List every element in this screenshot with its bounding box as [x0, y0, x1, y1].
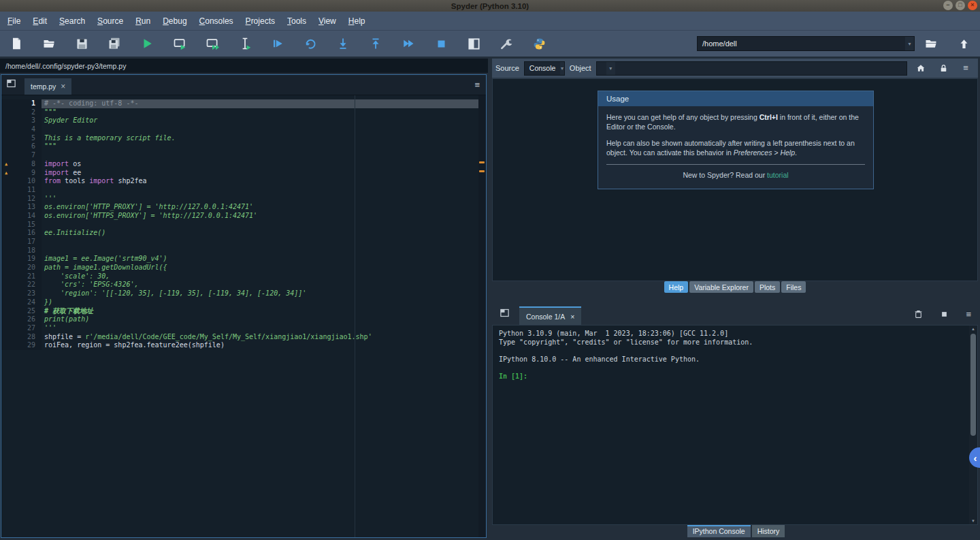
debug-continue-button[interactable]: [392, 33, 425, 54]
debug-file-button[interactable]: [261, 33, 294, 54]
code-line-6[interactable]: 6""": [1, 142, 486, 151]
menu-view[interactable]: View: [312, 16, 342, 26]
console-tab[interactable]: Console 1/A ×: [519, 306, 581, 325]
code-line-8[interactable]: ▲8import os: [1, 160, 486, 169]
close-button[interactable]: ×: [968, 1, 977, 10]
run-file-button[interactable]: [131, 33, 163, 54]
working-directory-combo[interactable]: /home/dell ▾: [697, 36, 915, 51]
save-all-button[interactable]: [98, 33, 131, 54]
remove-variables-button[interactable]: [914, 309, 923, 319]
menu-search[interactable]: Search: [53, 16, 91, 26]
lock-button[interactable]: [934, 63, 952, 73]
scrollbar-thumb[interactable]: [970, 334, 976, 436]
menu-debug[interactable]: Debug: [157, 16, 193, 26]
code-line-14[interactable]: 14os.environ['HTTPS_PROXY'] = 'http://12…: [1, 212, 486, 221]
code-line-28[interactable]: 28shpfile = r'/media/dell/Code/GEE_code/…: [1, 333, 486, 342]
pythonpath-manager-button[interactable]: [523, 33, 555, 54]
code-line-3[interactable]: 3Spyder Editor: [1, 116, 486, 125]
menu-tools[interactable]: Tools: [281, 16, 312, 26]
menu-run[interactable]: Run: [129, 16, 157, 26]
tab-variable-explorer[interactable]: Variable Explorer: [689, 281, 753, 293]
menu-file[interactable]: File: [1, 16, 27, 26]
code-line-1[interactable]: 1# -*- coding: utf-8 -*-: [1, 99, 486, 108]
close-tab-icon[interactable]: ×: [61, 83, 65, 90]
debug-run-line-button[interactable]: [294, 33, 327, 54]
console-scrollbar[interactable]: ▲ ▼: [969, 325, 977, 524]
tab-history[interactable]: History: [752, 525, 785, 537]
open-file-button[interactable]: [33, 33, 65, 54]
menu-edit[interactable]: Edit: [27, 16, 53, 26]
tutorial-link[interactable]: tutorial: [767, 171, 789, 179]
close-tab-icon[interactable]: ×: [570, 313, 574, 321]
warning-flag[interactable]: [479, 170, 485, 172]
code-line-29[interactable]: 29roiFea, region = shp2fea.feature2ee(sh…: [1, 341, 486, 350]
code-line-9[interactable]: ▲9import ee: [1, 169, 486, 178]
console-pane: Console 1/A × ≡ Python 3.10.9 (main, Mar…: [492, 302, 980, 540]
code-line-25[interactable]: 25# 获取下载地址: [1, 307, 486, 316]
debug-stop-button[interactable]: [425, 33, 457, 54]
scroll-up-icon[interactable]: ▲: [969, 325, 977, 332]
run-cell-advance-button[interactable]: [196, 33, 229, 54]
menu-help[interactable]: Help: [342, 16, 372, 26]
browse-tabs-button[interactable]: [500, 308, 510, 318]
code-line-20[interactable]: 20path = image1.getDownloadUrl({: [1, 264, 486, 272]
menu-consoles[interactable]: Consoles: [193, 16, 240, 26]
tab-plots[interactable]: Plots: [755, 281, 780, 293]
code-line-19[interactable]: 19image1 = ee.Image('srtm90_v4'): [1, 255, 486, 264]
tab-help[interactable]: Help: [664, 281, 689, 293]
debug-step-into-button[interactable]: [327, 33, 359, 54]
code-line-17[interactable]: 17: [1, 238, 486, 247]
code-line-26[interactable]: 26print(path): [1, 315, 486, 324]
editor-options-menu[interactable]: ≡: [474, 82, 480, 89]
chevron-down-icon[interactable]: ▾: [606, 62, 615, 75]
console-options-menu[interactable]: ≡: [966, 311, 971, 318]
parent-directory-button[interactable]: [947, 33, 980, 54]
console-output[interactable]: Python 3.10.9 (main, Mar 1 2023, 18:23:0…: [492, 325, 978, 525]
run-cell-button[interactable]: [163, 33, 196, 54]
home-button[interactable]: [912, 63, 930, 73]
code-line-4[interactable]: 4: [1, 125, 486, 134]
chevron-down-icon[interactable]: ▾: [560, 62, 564, 75]
preferences-button[interactable]: [490, 33, 523, 54]
browse-working-directory-button[interactable]: [915, 33, 947, 54]
tab-files[interactable]: Files: [781, 281, 806, 293]
scroll-flag-area[interactable]: [478, 95, 486, 537]
debug-step-return-button[interactable]: [359, 33, 392, 54]
code-line-21[interactable]: 21 'scale': 30,: [1, 272, 486, 281]
menu-source[interactable]: Source: [91, 16, 129, 26]
code-editor[interactable]: 1# -*- coding: utf-8 -*-2"""3Spyder Edit…: [1, 95, 486, 537]
code-line-24[interactable]: 24}): [1, 298, 486, 307]
chevron-down-icon[interactable]: ▾: [905, 37, 914, 50]
console-prompt[interactable]: In [1]:: [499, 372, 971, 381]
new-file-button[interactable]: [0, 33, 33, 54]
code-line-18[interactable]: 18: [1, 247, 486, 255]
maximize-pane-button[interactable]: [457, 33, 490, 54]
code-line-2[interactable]: 2""": [1, 108, 486, 117]
code-line-27[interactable]: 27''': [1, 324, 486, 333]
warning-flag[interactable]: [479, 161, 485, 163]
scroll-down-icon[interactable]: ▼: [969, 518, 977, 524]
code-line-7[interactable]: 7: [1, 151, 486, 160]
save-button[interactable]: [65, 33, 98, 54]
interrupt-kernel-button[interactable]: [941, 311, 947, 317]
maximize-button[interactable]: □: [956, 1, 965, 10]
line-text: [42, 186, 486, 195]
code-line-10[interactable]: 10from tools import shp2fea: [1, 177, 486, 186]
code-line-23[interactable]: 23 'region': '[[-120, 35], [-119, 35], […: [1, 289, 486, 298]
tab-ipython-console[interactable]: IPython Console: [687, 525, 751, 537]
code-line-15[interactable]: 15: [1, 221, 486, 229]
object-combo[interactable]: ▾: [596, 61, 907, 76]
code-line-11[interactable]: 11: [1, 186, 486, 195]
code-line-12[interactable]: 12''': [1, 195, 486, 204]
source-combo[interactable]: Console ▾: [524, 61, 565, 76]
menu-projects[interactable]: Projects: [240, 16, 281, 26]
run-selection-button[interactable]: [229, 33, 261, 54]
minimize-button[interactable]: −: [943, 1, 953, 10]
browse-tabs-button[interactable]: [6, 78, 16, 89]
help-options-menu[interactable]: ≡: [957, 65, 975, 72]
code-line-5[interactable]: 5This is a temporary script file.: [1, 134, 486, 143]
code-line-16[interactable]: 16ee.Initialize(): [1, 229, 486, 238]
code-line-22[interactable]: 22 'crs': 'EPSG:4326',: [1, 281, 486, 289]
editor-tab-temp-py[interactable]: temp.py ×: [24, 78, 71, 95]
code-line-13[interactable]: 13os.environ['HTTP_PROXY'] = 'http://127…: [1, 203, 486, 212]
